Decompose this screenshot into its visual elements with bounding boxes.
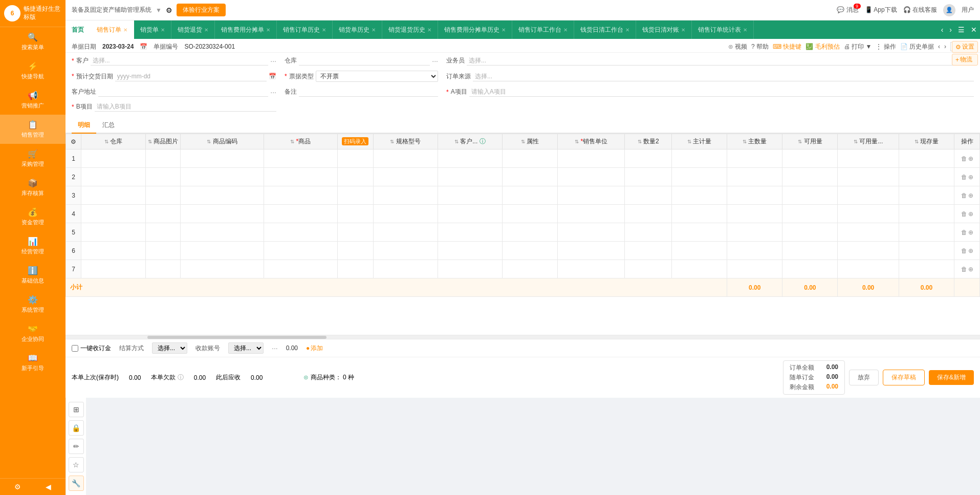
customer-input[interactable]: [91, 56, 269, 66]
payment-amount[interactable]: 0.00: [286, 345, 298, 352]
row-cust-code-7[interactable]: [438, 260, 502, 278]
tab-close-daily-desk[interactable]: ✕: [625, 27, 629, 33]
row-unit-4[interactable]: [557, 205, 625, 223]
row-attr-6[interactable]: [502, 242, 557, 260]
invoice-type-select[interactable]: 不开票: [316, 71, 438, 82]
remarks-input[interactable]: [299, 87, 438, 97]
tab-stats[interactable]: 销售订单统计表 ✕: [692, 20, 754, 39]
rfloat-lock-btn[interactable]: 🔒: [69, 420, 84, 436]
sidebar-item-system[interactable]: ⚙️ 系统管理: [0, 290, 66, 319]
tab-close-ret-hist[interactable]: ✕: [427, 27, 431, 33]
message-badge[interactable]: 💬 9 消息: [837, 6, 858, 14]
row-unit-6[interactable]: [557, 242, 625, 260]
customer-code-info-icon[interactable]: ⓘ: [480, 138, 486, 145]
row-product-6[interactable]: [264, 242, 337, 260]
row-main-qty-6[interactable]: [727, 242, 782, 260]
table-wrapper[interactable]: ⚙ ⇅ 仓库 ⇅ 商品图片 ⇅ 商品编码 ⇅ *商品: [66, 134, 980, 335]
row-copy-3[interactable]: ⊕: [968, 192, 973, 199]
col-settings-header[interactable]: ⚙: [66, 134, 81, 149]
row-code-1[interactable]: [181, 149, 264, 168]
row-warehouse-4[interactable]: [81, 205, 146, 223]
logistics-quick-btn[interactable]: + 物流: [952, 54, 978, 66]
tab-order-desk[interactable]: 销售订单工作台 ✕: [512, 20, 574, 39]
tab-detail[interactable]: 明细: [72, 118, 96, 134]
row-delete-5[interactable]: 🗑: [961, 229, 967, 236]
row-unit-2[interactable]: [557, 168, 625, 186]
quick-confirm-checkbox[interactable]: 一键收订金: [72, 344, 111, 353]
tab-close-all-icon[interactable]: ✕: [968, 26, 980, 34]
a-project-input[interactable]: [469, 87, 974, 97]
addr-dots-btn[interactable]: ···: [270, 88, 276, 96]
row-delete-7[interactable]: 🗑: [961, 266, 967, 273]
tab-close-fee[interactable]: ✕: [266, 27, 270, 33]
tab-return[interactable]: 销货退货 ✕: [171, 20, 215, 39]
view-btn[interactable]: ⊙ 视频: [728, 42, 747, 51]
row-unit-7[interactable]: [557, 260, 625, 278]
account-select[interactable]: 选择...: [228, 342, 264, 354]
profit-btn[interactable]: 💹 毛利预估: [805, 42, 839, 51]
qty2-sort-icon[interactable]: ⇅: [638, 139, 642, 144]
sidebar-item-quick[interactable]: ⚡ 快捷导航: [0, 56, 66, 85]
row-product-7[interactable]: [264, 260, 337, 278]
img-sort-icon[interactable]: ⇅: [148, 139, 152, 144]
solution-button[interactable]: 体验行业方案: [177, 4, 226, 16]
tab-sales-order[interactable]: 销售订单 ✕: [91, 20, 134, 39]
row-code-4[interactable]: [181, 205, 264, 223]
row-warehouse-7[interactable]: [81, 260, 146, 278]
tab-order-history[interactable]: 销售订单历史 ✕: [277, 20, 333, 39]
main-qty-sort-icon[interactable]: ⇅: [743, 139, 747, 144]
row-warehouse-2[interactable]: [81, 168, 146, 186]
row-unit-5[interactable]: [557, 223, 625, 242]
tab-fee-history[interactable]: 销售费用分摊单历史 ✕: [438, 20, 512, 39]
row-attr-1[interactable]: [502, 149, 557, 168]
sidebar-item-enterprise[interactable]: 🤝 企业协同: [0, 319, 66, 348]
sidebar-settings-btn[interactable]: ⚙: [14, 483, 21, 491]
delivery-calendar-icon[interactable]: 📅: [269, 73, 276, 80]
row-code-5[interactable]: [181, 223, 264, 242]
row-spec-6[interactable]: [373, 242, 438, 260]
sidebar-item-sales[interactable]: 📋 销售管理: [0, 115, 66, 144]
row-delete-3[interactable]: 🗑: [961, 192, 967, 199]
row-cust-code-6[interactable]: [438, 242, 502, 260]
add-payment-btn[interactable]: ● 添加: [306, 344, 323, 353]
row-attr-4[interactable]: [502, 205, 557, 223]
row-copy-1[interactable]: ⊕: [968, 155, 973, 162]
operations-btn[interactable]: ⋮ 操作: [876, 42, 896, 51]
row-qty2-1[interactable]: [625, 149, 672, 168]
row-spec-3[interactable]: [373, 186, 438, 205]
sidebar-item-marketing[interactable]: 📢 营销推广: [0, 85, 66, 115]
row-main-qty-7[interactable]: [727, 260, 782, 278]
row-attr-2[interactable]: [502, 168, 557, 186]
row-warehouse-5[interactable]: [81, 223, 146, 242]
row-copy-5[interactable]: ⊕: [968, 229, 973, 236]
row-spec-4[interactable]: [373, 205, 438, 223]
top-settings-icon[interactable]: ⚙: [166, 6, 172, 14]
row-unit-3[interactable]: [557, 186, 625, 205]
row-attr-3[interactable]: [502, 186, 557, 205]
row-main-qty-2[interactable]: [727, 168, 782, 186]
online-service[interactable]: 🎧 在线客服: [903, 6, 937, 14]
tab-prev-arrow[interactable]: ‹: [938, 26, 947, 34]
row-product-1[interactable]: [264, 149, 337, 168]
avail2-sort-icon[interactable]: ⇅: [854, 139, 858, 144]
payment-method-select[interactable]: 选择...: [152, 342, 187, 354]
row-warehouse-6[interactable]: [81, 242, 146, 260]
rfloat-star-btn[interactable]: ☆: [69, 457, 84, 472]
row-product-2[interactable]: [264, 168, 337, 186]
discard-button[interactable]: 放弃: [849, 370, 879, 385]
tab-daily-desk[interactable]: 钱货日清工作台 ✕: [574, 20, 636, 39]
tab-sales-goods[interactable]: 销货单 ✕: [134, 20, 171, 39]
row-product-4[interactable]: [264, 205, 337, 223]
row-cust-code-2[interactable]: [438, 168, 502, 186]
tab-close-fee-hist[interactable]: ✕: [502, 27, 506, 33]
tab-next-arrow[interactable]: ›: [946, 26, 955, 34]
warehouse-dots-btn[interactable]: ···: [432, 57, 438, 65]
tab-close-daily-rec[interactable]: ✕: [681, 27, 685, 33]
row-copy-2[interactable]: ⊕: [968, 174, 973, 181]
row-copy-7[interactable]: ⊕: [968, 266, 973, 273]
main-unit-sort-icon[interactable]: ⇅: [687, 139, 691, 144]
row-qty2-5[interactable]: [625, 223, 672, 242]
sidebar-item-basic-info[interactable]: ℹ️ 基础信息: [0, 261, 66, 290]
row-qty2-6[interactable]: [625, 242, 672, 260]
row-cust-code-3[interactable]: [438, 186, 502, 205]
